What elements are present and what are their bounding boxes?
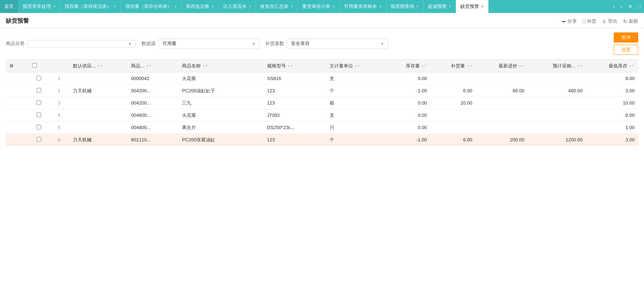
table-row[interactable]: 3 004200... 三九 123 箱 0.00 20.00 10.00: [6, 97, 638, 109]
table-body: 1 0000042 火花塞 SS816 支 0.00 8.00 2 力天机械 0…: [6, 72, 638, 146]
row-checkbox-cell[interactable]: [29, 122, 49, 134]
tab-inout-flow[interactable]: 出入库流水 ×: [219, 0, 256, 13]
row-forecast: 480.00: [528, 85, 586, 97]
tab-pick-exception[interactable]: 拣货异常处理 ×: [18, 0, 60, 13]
tab-current-stock-status[interactable]: 现存量（库存状况表） ×: [60, 0, 121, 13]
share-button[interactable]: ➦ 分享: [562, 18, 577, 25]
row-checkbox[interactable]: [36, 125, 41, 129]
close-tab-pick-exception[interactable]: ×: [53, 4, 56, 9]
col-unit-header[interactable]: 主计量单位 ▲▼: [326, 59, 386, 72]
close-tab-available-ledger[interactable]: ×: [379, 4, 382, 9]
row-stock: 0.00: [385, 97, 431, 109]
name-sort-icon: ▲▼: [202, 65, 208, 67]
row-checkbox-cell[interactable]: [29, 97, 49, 109]
row-checkbox[interactable]: [36, 100, 41, 105]
settings-gear-icon[interactable]: ⚙: [9, 63, 14, 69]
row-checkbox-cell[interactable]: [29, 85, 49, 97]
table-row[interactable]: 4 004600... 火花塞 J7092 支 0.00 8.00: [6, 109, 638, 122]
table-row[interactable]: 2 力天机械 004200... PC200油缸缸子 123 个 -1.00 6…: [6, 85, 638, 97]
row-checkbox[interactable]: [36, 112, 41, 117]
table-header-row: ⚙ 默认供应... ▲▼ 商品...: [6, 59, 638, 72]
tab-overstock-warning[interactable]: 超储预警 ×: [423, 0, 456, 13]
tab-scroll-left[interactable]: ‹: [610, 0, 618, 13]
col-supplier-header[interactable]: 默认供应... ▲▼: [69, 59, 127, 72]
datasource-select-value: 可用量: [162, 40, 177, 47]
col-latest-price-sort[interactable]: 最新进价 ▲▼: [499, 63, 525, 69]
col-forecast-sort[interactable]: 预计采购... ▲▼: [553, 63, 583, 69]
tab-maximize[interactable]: □: [635, 0, 644, 13]
row-min-stock: 3.00: [586, 134, 638, 146]
row-checkbox-cell[interactable]: [29, 72, 49, 85]
row-latest-price: [476, 72, 528, 85]
row-stock: 0.00: [385, 122, 431, 134]
col-replenish-header[interactable]: 补货量 ▲▼: [431, 59, 476, 72]
row-forecast: [528, 122, 586, 134]
col-min-stock-header[interactable]: 最低库存 ▲▼: [586, 59, 638, 72]
row-settings-cell: [6, 134, 29, 146]
row-settings-cell: [6, 122, 29, 134]
col-forecast-header[interactable]: 预计采购... ▲▼: [528, 59, 586, 72]
col-spec-header[interactable]: 规格型号 ▲▼: [264, 59, 326, 72]
col-spec-sort[interactable]: 规格型号 ▲▼: [267, 63, 293, 69]
tab-current-stock-dist[interactable]: 现存量（库存分布表） ×: [121, 0, 182, 13]
close-tab-batch-account[interactable]: ×: [212, 4, 214, 9]
row-replenish: [431, 72, 476, 85]
col-name-header[interactable]: 商品名称 ▲▼: [178, 59, 264, 72]
table-row[interactable]: 6 力天机械 801110... PC200张紧油缸 123 个 -1.00 6…: [6, 134, 638, 146]
table-row[interactable]: 5 004800... 离合片 DS250*23c... 只 0.00 1.00: [6, 122, 638, 134]
tab-demand-stats[interactable]: 要货单统计表 ×: [298, 0, 340, 13]
export-button[interactable]: ⇓ 导出: [602, 18, 617, 25]
col-supplier-sort[interactable]: 默认供应... ▲▼: [73, 63, 103, 69]
col-min-stock-sort[interactable]: 最低库存 ▲▼: [609, 63, 635, 69]
row-supplier: 力天机械: [69, 134, 127, 146]
select-all-checkbox[interactable]: [32, 63, 37, 68]
col-unit-sort[interactable]: 主计量单位 ▲▼: [330, 63, 360, 69]
col-replenish-sort[interactable]: 补货量 ▲▼: [451, 63, 472, 69]
tab-scroll-right[interactable]: ›: [618, 0, 625, 13]
tab-available-ledger[interactable]: 可用量库存账本 ×: [340, 0, 386, 13]
refresh-button[interactable]: ↻ 刷新: [623, 18, 638, 25]
row-checkbox-cell[interactable]: [29, 134, 49, 146]
datasource-label: 数据源: [142, 40, 156, 47]
close-tab-receive-summary[interactable]: ×: [291, 4, 293, 9]
datasource-select-arrow-icon: ▼: [252, 42, 256, 46]
close-tab-current-stock-status[interactable]: ×: [114, 4, 116, 9]
tab-nav-controls: ‹ › ✕ □: [610, 0, 644, 13]
close-tab-overstock-warning[interactable]: ×: [449, 4, 451, 9]
close-tab-expiry-query[interactable]: ×: [416, 4, 419, 9]
settings-button[interactable]: 设置: [614, 45, 638, 55]
col-code-sort[interactable]: 商品... ▲▼: [131, 63, 152, 69]
row-name: 火花塞: [178, 72, 264, 85]
tab-receive-summary[interactable]: 收发存汇总表 ×: [256, 0, 298, 13]
tab-batch-account[interactable]: 库存批次账 ×: [182, 0, 219, 13]
row-checkbox[interactable]: [36, 76, 41, 80]
tab-home[interactable]: 首页: [0, 0, 18, 13]
datasource-select[interactable]: 可用量 ▼: [158, 39, 260, 49]
close-tab-shortage-warning[interactable]: ×: [481, 4, 484, 9]
col-latest-price-header[interactable]: 最新进价 ▲▼: [476, 59, 528, 72]
replenish-base-select[interactable]: 安全库存 ▼: [287, 39, 388, 49]
query-button[interactable]: 查询: [614, 32, 638, 43]
col-name-sort[interactable]: 商品名称 ▲▼: [182, 63, 208, 69]
filter-actions: 查询 设置: [614, 32, 638, 55]
close-tab-current-stock-dist[interactable]: ×: [174, 4, 177, 9]
row-checkbox-cell[interactable]: [29, 109, 49, 122]
table-row[interactable]: 1 0000042 火花塞 SS816 支 0.00 8.00: [6, 72, 638, 85]
close-tab-inout-flow[interactable]: ×: [249, 4, 251, 9]
close-tab-demand-stats[interactable]: ×: [332, 4, 335, 9]
tab-shortage-warning[interactable]: 缺货预警 ×: [456, 0, 488, 13]
col-stock-sort[interactable]: 库存量 ▲▼: [406, 63, 427, 69]
col-code-header[interactable]: 商品... ▲▼: [127, 59, 178, 72]
col-settings-header[interactable]: ⚙: [6, 59, 29, 72]
row-checkbox[interactable]: [36, 137, 41, 142]
tab-expiry-query[interactable]: 保质期查询 ×: [386, 0, 423, 13]
category-select[interactable]: ▼: [27, 40, 136, 48]
tab-close-all[interactable]: ✕: [625, 0, 635, 13]
row-checkbox[interactable]: [36, 88, 41, 93]
col-check-header[interactable]: [29, 59, 49, 72]
row-forecast: [528, 72, 586, 85]
row-replenish: 6.00: [431, 134, 476, 146]
col-stock-header[interactable]: 库存量 ▲▼: [385, 59, 431, 72]
replenish-button[interactable]: □ 补货: [583, 18, 596, 25]
row-settings-cell: [6, 85, 29, 97]
